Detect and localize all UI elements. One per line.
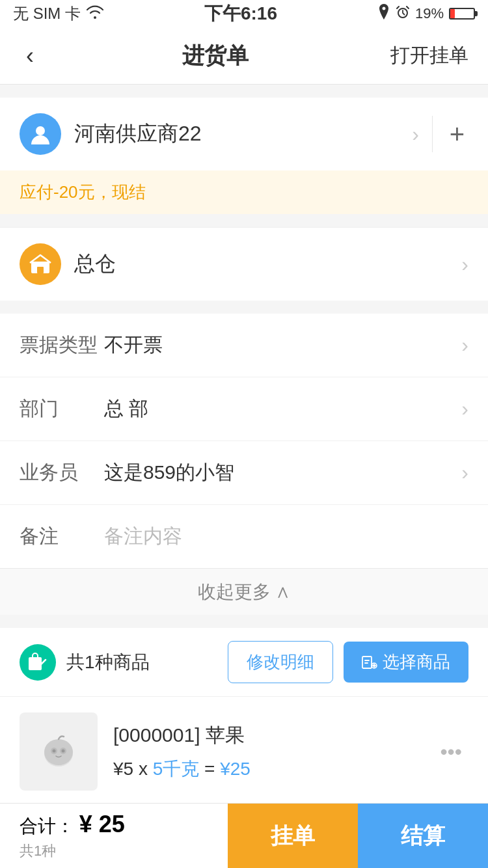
product-item: [0000001] 苹果 ¥5 x 5千克 = ¥25 •••: [0, 696, 488, 806]
price-eq: =: [204, 759, 220, 779]
sep-2: [0, 214, 488, 227]
nav-bar: ‹ 进货单 打开挂单: [0, 27, 488, 85]
page-title: 进货单: [182, 41, 249, 71]
collapse-label: 收起更多 ∧: [198, 580, 291, 604]
modify-detail-button[interactable]: 修改明细: [228, 641, 333, 683]
invoice-chevron-icon: ›: [461, 333, 468, 357]
sales-row[interactable]: 业务员 这是859的小智 ›: [0, 441, 488, 505]
wifi-icon: [86, 5, 104, 23]
sep-1: [0, 85, 488, 98]
sales-label: 业务员: [20, 459, 104, 486]
carrier-text: 无 SIM 卡: [13, 3, 81, 24]
price-x: x: [139, 759, 153, 779]
invoice-label: 票据类型: [20, 332, 104, 359]
back-button[interactable]: ‹: [20, 36, 40, 76]
warehouse-name: 总仓: [74, 250, 461, 278]
product-more-button[interactable]: •••: [433, 733, 468, 770]
svg-point-1: [36, 126, 45, 135]
svg-rect-5: [362, 657, 372, 668]
svg-point-11: [53, 750, 56, 753]
form-section: 票据类型 不开票 › 部门 总 部 › 业务员 这是859的小智 › 备注 备注…: [0, 314, 488, 568]
main-content: 河南供应商22 › + 应付-20元，现结 总仓 › 票据类型 不开票 › 部门: [0, 85, 488, 868]
total-line: 合计： ¥ 25: [20, 811, 208, 839]
supplier-avatar: [20, 113, 61, 155]
select-product-button[interactable]: 选择商品: [344, 642, 468, 683]
product-qty: 5千克: [153, 759, 200, 779]
collapse-bar[interactable]: 收起更多 ∧: [0, 568, 488, 615]
checkout-button[interactable]: 结算: [358, 804, 488, 868]
battery-icon: [449, 8, 475, 20]
total-sub-label: 共1种: [20, 841, 208, 861]
warehouse-chevron-icon: ›: [461, 252, 468, 277]
alarm-icon: [396, 5, 410, 23]
product-thumbnail: [20, 712, 98, 791]
total-label: 合计：: [20, 816, 74, 836]
remark-input[interactable]: 备注内容: [104, 523, 468, 550]
battery-text: 19%: [415, 5, 444, 22]
svg-point-12: [62, 750, 65, 753]
supplier-section: 河南供应商22 › + 应付-20元，现结: [0, 98, 488, 214]
remark-label: 备注: [20, 523, 104, 550]
dept-row[interactable]: 部门 总 部 ›: [0, 377, 488, 441]
add-supplier-button[interactable]: +: [432, 116, 468, 152]
sep-3: [0, 301, 488, 314]
product-name: [0000001] 苹果: [113, 722, 418, 749]
status-left: 无 SIM 卡: [13, 3, 104, 24]
supplier-notice: 应付-20元，现结: [0, 170, 488, 214]
product-count: 共1种商品: [66, 650, 217, 675]
bottom-bar: 合计： ¥ 25 共1种 挂单 结算: [0, 803, 488, 868]
product-info: [0000001] 苹果 ¥5 x 5千克 = ¥25: [113, 722, 418, 781]
supplier-row[interactable]: 河南供应商22 › +: [0, 98, 488, 170]
svg-rect-3: [37, 267, 44, 273]
sep-4: [0, 615, 488, 628]
products-icon-wrap: [20, 644, 56, 681]
warehouse-icon-wrap: [20, 243, 61, 285]
sales-chevron-icon: ›: [461, 461, 468, 485]
invoice-row[interactable]: 票据类型 不开票 ›: [0, 314, 488, 377]
product-code: [0000001]: [113, 724, 206, 746]
product-price-line: ¥5 x 5千克 = ¥25: [113, 757, 418, 781]
total-section: 合计： ¥ 25 共1种: [0, 804, 228, 868]
status-time: 下午6:16: [204, 1, 277, 26]
status-bar: 无 SIM 卡 下午6:16 19%: [0, 0, 488, 27]
supplier-name: 河南供应商22: [74, 120, 412, 148]
open-hang-button[interactable]: 打开挂单: [390, 42, 468, 69]
dept-label: 部门: [20, 396, 104, 422]
supplier-chevron-icon: ›: [412, 122, 419, 146]
dept-value: 总 部: [104, 396, 461, 422]
total-amount: ¥ 25: [79, 811, 125, 837]
dept-chevron-icon: ›: [461, 397, 468, 421]
hang-button[interactable]: 挂单: [228, 804, 358, 868]
svg-point-8: [44, 739, 73, 765]
status-right: 19%: [377, 4, 475, 23]
products-header: 共1种商品 修改明细 选择商品: [0, 628, 488, 696]
product-total: ¥25: [220, 759, 251, 779]
location-icon: [377, 4, 390, 23]
select-product-label: 选择商品: [383, 651, 450, 673]
invoice-value: 不开票: [104, 332, 461, 359]
remark-row[interactable]: 备注 备注内容: [0, 505, 488, 568]
warehouse-row[interactable]: 总仓 ›: [0, 227, 488, 301]
sales-value: 这是859的小智: [104, 459, 461, 486]
product-unit-price: ¥5: [113, 759, 133, 779]
